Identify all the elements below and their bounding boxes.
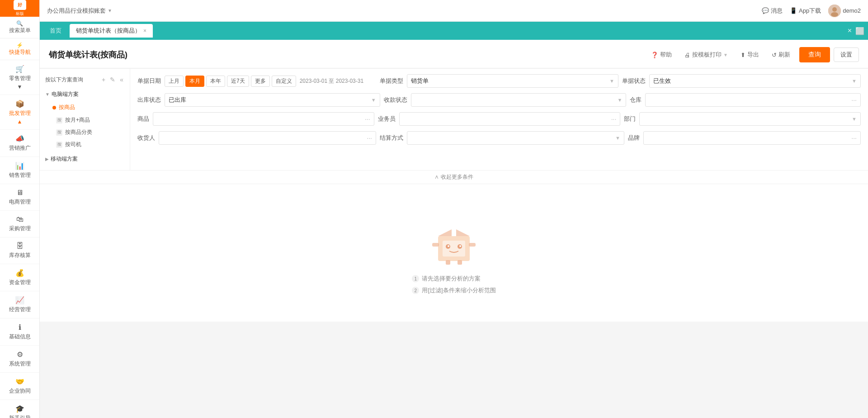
collapse-row[interactable]: ∧ 收起更多条件	[40, 170, 868, 184]
tab-sales-report[interactable]: 销货单统计表（按商品） ×	[70, 24, 153, 38]
goods-select[interactable]: ···	[153, 112, 374, 126]
quick-nav-icon: ⚡	[16, 42, 23, 48]
date-btn-this-year[interactable]: 本年	[206, 76, 225, 87]
top-header: 办公用品行业模拟账套 ▼ 💬 消息 📱 App下载 demo2	[40, 0, 868, 22]
search-icon: 🔍	[16, 20, 23, 27]
sidebar-item-system[interactable]: ⚙ 系统管理	[0, 346, 39, 373]
tab-close-btn[interactable]: ×	[143, 28, 146, 34]
action-btn-group: 查询 设置	[799, 47, 859, 62]
sidebar-item-purchase[interactable]: 🛍 采购管理	[0, 211, 39, 238]
svg-rect-4	[443, 241, 465, 256]
sidebar-item-wholesale[interactable]: 📦 批发管理 ▲	[0, 95, 39, 130]
sales-icon: 📊	[15, 162, 24, 170]
message-label: 消息	[771, 7, 783, 15]
collect-status-label: 收款状态	[384, 96, 407, 104]
tab-home[interactable]: 首页	[43, 24, 68, 38]
header-actions: 💬 消息 📱 App下载 demo2	[762, 5, 861, 17]
sidebar-item-finance[interactable]: 💰 资金管理	[0, 264, 39, 291]
sidebar-item-basic[interactable]: ℹ 基础信息	[0, 318, 39, 346]
date-btn-last-month[interactable]: 上月	[165, 76, 184, 87]
doc-type-label: 单据类型	[380, 77, 403, 85]
empty-state: 1 请先选择要分析的方案 2 用[过滤]条件来缩小分析范围	[40, 184, 868, 322]
empty-tip-1: 1 请先选择要分析的方案	[412, 275, 481, 283]
filter-area: 按以下方案查询 + ✎ « ▼ 电脑端方案 按商品	[40, 68, 868, 170]
scheme-sub-item-driver[interactable]: 按 按司机	[40, 138, 130, 151]
page-title-row: 销货单统计表(按商品) ❓ 帮助 🖨 按模板打印 ▼ ⬆ 导出	[40, 40, 868, 68]
staff-select[interactable]: ···	[399, 112, 621, 126]
svg-point-8	[459, 245, 461, 247]
app-logo[interactable]: 好 标版	[0, 0, 39, 17]
doc-status-select[interactable]: 已生效 ▼	[649, 74, 861, 88]
out-status-select[interactable]: 已出库 ▼	[165, 93, 380, 107]
message-icon: 💬	[762, 7, 769, 14]
app-download-btn[interactable]: 📱 App下载	[790, 7, 821, 15]
wholesale-icon: 📦	[15, 100, 24, 108]
date-btn-more[interactable]: 更多	[251, 76, 270, 87]
mobile-group-arrow: ▶	[45, 157, 49, 162]
sidebar-item-quick-nav[interactable]: ⚡ 快捷导航	[0, 38, 39, 60]
svg-point-2	[831, 12, 838, 17]
receiver-select[interactable]: ···	[159, 131, 376, 145]
scheme-add-btn[interactable]: +	[101, 75, 106, 84]
collect-status-select[interactable]: ▼	[411, 93, 627, 107]
sidebar-item-ecom[interactable]: 🖥 电商管理	[0, 184, 39, 211]
doc-type-select[interactable]: 销货单 ▼	[407, 74, 618, 88]
scheme-edit-btn[interactable]: ✎	[109, 75, 116, 84]
export-icon: ⬆	[741, 52, 745, 58]
refresh-btn[interactable]: ↺ 刷新	[768, 49, 794, 61]
user-profile[interactable]: demo2	[828, 5, 861, 17]
page-title: 销货单统计表(按商品)	[49, 49, 127, 60]
sidebar-item-retail[interactable]: 🛒 零售管理 ▼	[0, 60, 39, 95]
print-icon: 🖨	[684, 52, 690, 58]
scheme-item-by-goods[interactable]: 按商品	[40, 101, 130, 114]
message-btn[interactable]: 💬 消息	[762, 7, 783, 15]
sidebar-item-newbie[interactable]: 🎓 新手引导	[0, 400, 39, 418]
export-btn[interactable]: ⬆ 导出	[737, 49, 763, 61]
basic-icon: ℹ	[19, 323, 21, 332]
empty-illustration	[427, 220, 481, 266]
newbie-icon: 🎓	[15, 404, 24, 413]
dept-select[interactable]: ▼	[639, 112, 861, 126]
scheme-panel: 按以下方案查询 + ✎ « ▼ 电脑端方案 按商品	[40, 69, 130, 170]
tip-1-num: 1	[412, 275, 419, 282]
collapse-label: ∧ 收起更多条件	[434, 174, 473, 180]
empty-tip-2: 2 用[过滤]条件来缩小分析范围	[412, 286, 495, 294]
close-window-btn[interactable]: ×	[848, 27, 852, 35]
wholesale-label: 批发管理	[9, 109, 31, 117]
date-btn-custom[interactable]: 自定义	[272, 76, 296, 87]
brand-select[interactable]: ···	[643, 131, 861, 145]
scheme-group-pc-title[interactable]: ▼ 电脑端方案	[40, 88, 130, 101]
scheme-collapse-btn[interactable]: «	[119, 75, 124, 84]
sub-icon-1: 按	[56, 117, 62, 124]
payment-select[interactable]: ▼	[407, 131, 624, 145]
out-status-value: 已出库	[169, 96, 186, 104]
scheme-group-mobile: ▶ 移动端方案	[40, 152, 130, 166]
sidebar-item-sales[interactable]: 📊 销售管理	[0, 157, 39, 184]
scheme-sub-item-month-goods[interactable]: 按 按月+商品	[40, 114, 130, 126]
sidebar-item-inventory[interactable]: 🗄 库存核算	[0, 238, 39, 264]
scheme-sub-item-category[interactable]: 按 按商品分类	[40, 126, 130, 138]
industry-selector[interactable]: 办公用品行业模拟账套 ▼	[47, 7, 112, 15]
scheme-group-mobile-title[interactable]: ▶ 移动端方案	[40, 152, 130, 166]
warehouse-select[interactable]: ···	[645, 93, 861, 107]
query-btn[interactable]: 查询	[799, 47, 830, 62]
print-btn[interactable]: 🖨 按模板打印 ▼	[681, 49, 731, 61]
sidebar-item-marketing[interactable]: 📣 营销推广	[0, 130, 39, 157]
system-icon: ⚙	[17, 350, 23, 359]
svg-rect-9	[446, 260, 450, 265]
ecom-icon: 🖥	[16, 189, 24, 197]
sidebar-item-operations[interactable]: 📈 经营管理	[0, 291, 39, 318]
maximize-window-btn[interactable]: ⬜	[855, 27, 864, 35]
date-btn-this-month[interactable]: 本月	[185, 76, 204, 87]
help-btn[interactable]: ❓ 帮助	[647, 49, 675, 61]
sidebar-item-search[interactable]: 🔍 搜索菜单	[0, 17, 39, 38]
content-panel: 销货单统计表(按商品) ❓ 帮助 🖨 按模板打印 ▼ ⬆ 导出	[40, 40, 868, 322]
brand-label: 品牌	[628, 134, 640, 142]
date-btn-7days[interactable]: 近7天	[227, 76, 249, 87]
scheme-item-label: 按商品	[59, 104, 75, 111]
settings-btn[interactable]: 设置	[834, 48, 859, 62]
warehouse-dots-icon: ···	[851, 96, 857, 104]
sidebar-item-collab[interactable]: 🤝 企业协同	[0, 373, 39, 400]
brand-dots-icon: ···	[851, 134, 857, 142]
doc-type-value: 销货单	[411, 77, 429, 85]
